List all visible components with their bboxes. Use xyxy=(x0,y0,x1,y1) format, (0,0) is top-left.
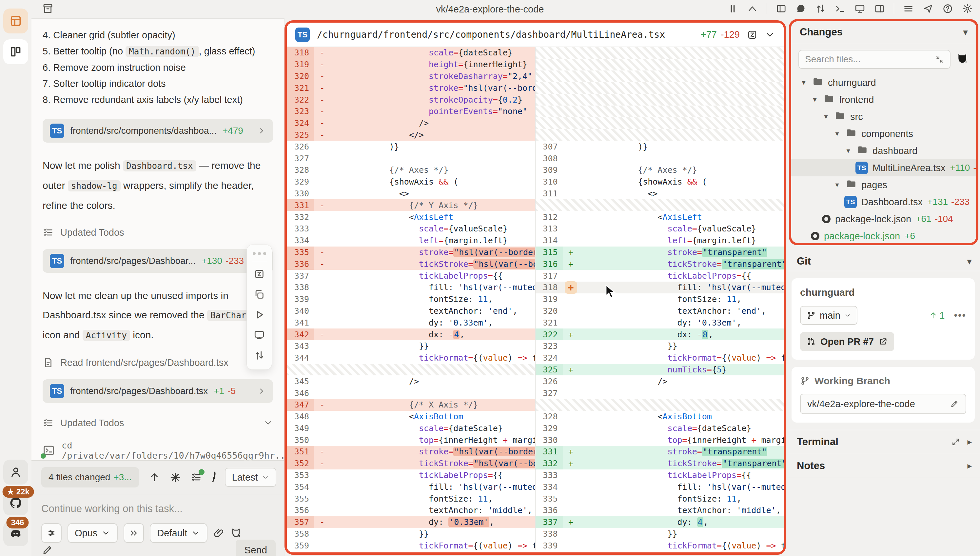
edit-pencil-icon[interactable] xyxy=(950,399,959,409)
caret-down-icon: ▾ xyxy=(800,78,807,87)
sparkle-icon[interactable] xyxy=(170,472,181,483)
drag-handle[interactable] xyxy=(253,249,266,258)
scroll-up-icon[interactable] xyxy=(149,472,160,483)
git-branch-icon xyxy=(800,376,810,386)
diff-row: 356 textAnchor: 'middle', xyxy=(287,504,535,516)
diff-row: 323- pointerEvents="none" xyxy=(287,105,535,117)
kanban-view-button[interactable] xyxy=(3,39,28,64)
notes-section[interactable]: Notes ▸ xyxy=(788,454,980,478)
menu-icon[interactable] xyxy=(903,3,914,14)
file-chip[interactable]: TS frontend/src/pages/Dashboar... +130-2… xyxy=(43,249,273,273)
terminal-section[interactable]: Terminal ▸ xyxy=(788,430,980,454)
diff-row: 340 textAnchor: 'end', xyxy=(287,305,535,317)
tree-item-churnguard[interactable]: ▾churnguard xyxy=(791,74,976,91)
read-file-row[interactable]: Read frontend/src/pages/Dashboard.tsx xyxy=(43,357,273,368)
archive-icon[interactable] xyxy=(42,3,54,15)
settings-sliders-button[interactable] xyxy=(41,523,61,543)
attach-paperclip-icon[interactable] xyxy=(213,527,224,538)
search-input[interactable]: Search files... xyxy=(798,50,951,69)
mode-dropdown[interactable]: Default xyxy=(150,523,207,543)
run-button[interactable] xyxy=(250,305,269,325)
github-stars-badge: ★ 22k xyxy=(3,486,34,498)
preview-monitor-button[interactable] xyxy=(250,325,269,345)
account-button[interactable] xyxy=(3,460,28,485)
checklist-icon xyxy=(43,417,54,428)
tree-item-dashboard[interactable]: ▾dashboard xyxy=(791,142,976,159)
tree-item-components[interactable]: ▾components xyxy=(791,125,976,142)
discord-button[interactable]: 346 xyxy=(3,521,28,546)
collapse-triangle-icon[interactable]: ▾ xyxy=(963,27,967,37)
github-button[interactable]: ★ 22k xyxy=(3,490,28,516)
diff-row: 334 left={margin.left} xyxy=(287,235,535,247)
send-button[interactable]: Send xyxy=(236,540,276,556)
list-item: 7. Softer tooltip indicator dots xyxy=(43,76,273,92)
diff-row: 319 fontSize: 11, xyxy=(536,293,784,305)
diff-row: 312 <AxisLeft xyxy=(536,211,784,223)
add-comment-button[interactable]: + xyxy=(565,281,577,294)
monitor-icon[interactable] xyxy=(854,3,865,14)
git-compare-icon[interactable] xyxy=(815,3,826,14)
diff-row: 327 xyxy=(536,387,784,399)
model-dropdown[interactable]: Opus xyxy=(68,523,118,543)
diff-row: 353 tickLabelProps={{ xyxy=(287,469,535,481)
diff-row: 314 left={margin.left} xyxy=(536,235,784,247)
tree-item-pages[interactable]: ▾pages xyxy=(791,176,976,194)
assistant-message: Now let me clean up the unused imports i… xyxy=(43,286,273,345)
branch-dropdown[interactable]: main xyxy=(800,306,857,325)
todo-update-row[interactable]: Updated Todos xyxy=(43,417,273,428)
tree-item-package-lock-json[interactable]: package-lock.json+61-104 xyxy=(791,210,976,228)
pause-icon[interactable] xyxy=(727,3,738,14)
diff-row xyxy=(536,59,784,71)
tree-item-package-lock-json[interactable]: package-lock.json+6 xyxy=(791,228,976,244)
fast-forward-button[interactable] xyxy=(124,523,144,543)
diff-row: 318- scale={dateScale} xyxy=(287,47,535,59)
ink-blob-icon[interactable] xyxy=(796,3,806,14)
working-branch-input[interactable]: vk/4e2a-explore-the-code xyxy=(800,394,966,414)
file-chip[interactable]: TS frontend/src/pages/Dashboard.tsx +1-5 xyxy=(43,379,273,403)
highlighter-icon[interactable] xyxy=(42,543,54,555)
tree-item-MultiLineArea-tsx[interactable]: TSMultiLineArea.tsx+110-162 xyxy=(791,159,976,176)
settings-gear-icon[interactable] xyxy=(962,3,973,14)
chevron-down-icon[interactable] xyxy=(263,418,273,428)
left-panel-toggle-icon[interactable] xyxy=(776,3,786,14)
collapse-up-icon[interactable] xyxy=(747,3,758,14)
cat-icon[interactable] xyxy=(956,52,969,66)
terminal-command-row[interactable]: cd /private/var/folders/10/h7w0q46556ggr… xyxy=(43,440,273,460)
copy-button[interactable] xyxy=(250,284,269,305)
collapse-tree-icon[interactable] xyxy=(935,55,944,64)
diff-row: 325+ numTicks={5} xyxy=(536,364,784,376)
document-icon xyxy=(43,357,54,368)
message-input[interactable]: Continue working on this task... xyxy=(31,495,284,515)
caret-down-icon: ▾ xyxy=(833,181,841,189)
chevron-right-triangle[interactable]: ▸ xyxy=(967,461,972,470)
todo-update-row[interactable]: Updated Todos xyxy=(43,227,273,238)
diff-row: 331- {/* Y Axis */} xyxy=(287,199,535,211)
version-dropdown[interactable]: Latest xyxy=(225,468,276,487)
workspace-layout-button[interactable] xyxy=(3,8,28,34)
repo-card: churnguard main 1 ••• Open PR #7 xyxy=(791,278,975,360)
help-icon[interactable] xyxy=(942,3,953,14)
diff-row: 327 xyxy=(287,152,535,164)
expand-icon[interactable] xyxy=(951,437,960,446)
cat-icon[interactable] xyxy=(231,527,242,538)
collapse-triangle-icon[interactable]: ▾ xyxy=(967,256,972,267)
folder-icon xyxy=(812,76,823,89)
right-panel-toggle-icon[interactable] xyxy=(874,3,885,14)
more-menu-icon[interactable]: ••• xyxy=(954,310,966,321)
diff-row: 329 scale={dateScale} xyxy=(536,423,784,435)
diff-row: 313 scale={valueScale} xyxy=(536,223,784,235)
files-changed-chip[interactable]: 4 files changed +3... xyxy=(41,467,139,488)
tree-item-Dashboard-tsx[interactable]: TSDashboard.tsx+131-233 xyxy=(791,194,976,210)
collapse-chevron-icon[interactable] xyxy=(765,29,775,40)
tree-item-frontend[interactable]: ▾frontend xyxy=(791,91,976,108)
open-pr-button[interactable]: Open PR #7 xyxy=(800,332,894,351)
terminal-icon[interactable] xyxy=(835,3,846,14)
pointer-share-icon[interactable] xyxy=(923,3,933,14)
diff-view-button[interactable] xyxy=(250,264,269,284)
git-compare-button[interactable] xyxy=(250,345,269,365)
todos-icon[interactable] xyxy=(191,472,202,483)
file-chip[interactable]: TS frontend/src/components/dashboa... +4… xyxy=(43,119,273,142)
diff-mode-icon[interactable] xyxy=(747,29,757,40)
chevron-right-triangle[interactable]: ▸ xyxy=(967,437,972,446)
tree-item-src[interactable]: ▾src xyxy=(791,108,976,125)
